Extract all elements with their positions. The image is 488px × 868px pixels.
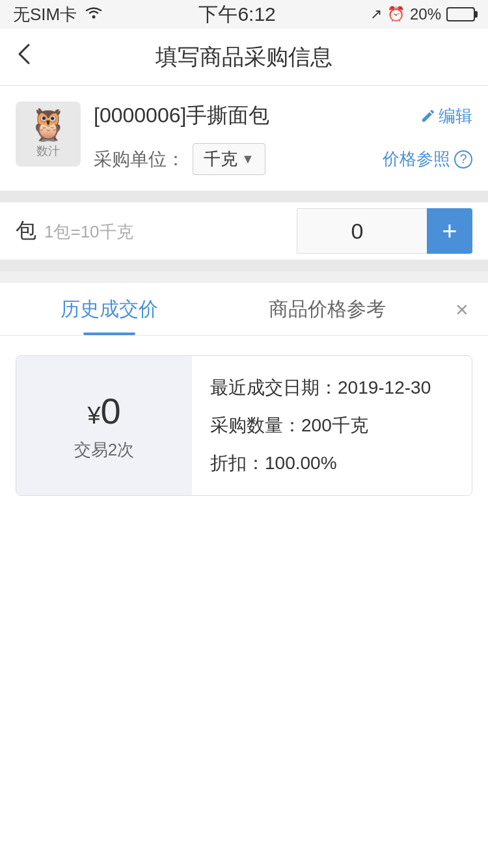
price-display: ¥0 xyxy=(87,390,120,432)
price-card: ¥0 交易2次 最近成交日期：2019-12-30 采购数量：200千克 折扣：… xyxy=(16,355,472,496)
page-title: 填写商品采购信息 xyxy=(156,42,332,72)
purchase-unit-left: 采购单位： 千克 ▼ xyxy=(94,143,265,175)
product-info: [0000006]手撕面包 编辑 采购单位： 千克 ▼ 价格参照 ? xyxy=(94,102,472,175)
price-card-left: ¥0 交易2次 xyxy=(16,356,192,495)
discount-value: 100.00% xyxy=(265,453,337,473)
purchase-unit-row: 采购单位： 千克 ▼ 价格参照 ? xyxy=(94,143,472,175)
battery-icon xyxy=(446,7,475,21)
price-card-right: 最近成交日期：2019-12-30 采购数量：200千克 折扣：100.00% xyxy=(192,356,472,495)
product-name-row: [0000006]手撕面包 编辑 xyxy=(94,102,472,130)
tabs-header: 历史成交价 商品价格参考 × xyxy=(0,283,488,336)
product-logo-text: 数汁 xyxy=(36,143,60,159)
price-ref-button[interactable]: 价格参照 ? xyxy=(383,148,472,170)
tab-price-reference-label: 商品价格参考 xyxy=(269,296,386,323)
tab-history-price-label: 历史成交价 xyxy=(61,296,158,323)
quantity-section: 包 1包=10千克 + xyxy=(0,202,488,260)
tab-close-icon: × xyxy=(455,297,468,322)
price-purchase-qty-row: 采购数量：200千克 xyxy=(210,412,454,439)
quantity-input-area: + xyxy=(297,208,472,254)
location-icon: ↗ xyxy=(370,6,382,23)
status-right: ↗ ⏰ 20% xyxy=(370,5,475,23)
price-value: 0 xyxy=(100,390,120,431)
status-time: 下午6:12 xyxy=(198,1,275,28)
section-divider xyxy=(0,191,488,202)
unit-dropdown-arrow-icon: ▼ xyxy=(241,152,254,167)
quantity-unit-big: 包 xyxy=(16,217,36,245)
tab-history-price[interactable]: 历史成交价 xyxy=(0,283,218,335)
alarm-icon: ⏰ xyxy=(387,6,405,23)
price-ref-label: 价格参照 xyxy=(383,148,450,170)
recent-date-label: 最近成交日期： xyxy=(210,377,338,398)
product-name: [0000006]手撕面包 xyxy=(94,102,269,130)
battery-percent: 20% xyxy=(410,5,441,23)
purchase-unit-label: 采购单位： xyxy=(94,147,185,172)
price-trade-count: 交易2次 xyxy=(74,439,134,461)
quantity-unit-info: 包 1包=10千克 xyxy=(16,217,297,245)
wifi-icon xyxy=(83,5,104,25)
section-divider-2 xyxy=(0,260,488,271)
tab-close-button[interactable]: × xyxy=(436,283,488,335)
bottom-area xyxy=(0,515,488,868)
price-recent-date-row: 最近成交日期：2019-12-30 xyxy=(210,374,454,401)
tab-content: ¥0 交易2次 最近成交日期：2019-12-30 采购数量：200千克 折扣：… xyxy=(0,336,488,515)
tabs-section: 历史成交价 商品价格参考 × ¥0 交易2次 最近成交日期：2019-12-30… xyxy=(0,283,488,515)
price-ref-question-icon: ? xyxy=(454,150,472,169)
discount-label: 折扣： xyxy=(210,453,265,473)
quantity-input[interactable] xyxy=(297,208,427,254)
status-left: 无SIM卡 xyxy=(13,3,104,26)
unit-selector[interactable]: 千克 ▼ xyxy=(193,143,265,175)
recent-date-value: 2019-12-30 xyxy=(338,377,431,398)
tab-price-reference[interactable]: 商品价格参考 xyxy=(218,283,436,335)
svg-point-0 xyxy=(92,15,96,18)
product-section: 🦉 数汁 [0000006]手撕面包 编辑 采购单位： 千克 ▼ 价格 xyxy=(0,86,488,191)
quantity-plus-button[interactable]: + xyxy=(427,208,472,254)
status-bar: 无SIM卡 下午6:12 ↗ ⏰ 20% xyxy=(0,0,488,29)
quantity-unit-sub: 1包=10千克 xyxy=(44,221,133,243)
nav-bar: 填写商品采购信息 xyxy=(0,29,488,86)
product-logo: 🦉 数汁 xyxy=(16,102,81,167)
purchase-qty-label: 采购数量： xyxy=(210,415,301,435)
edit-label: 编辑 xyxy=(439,105,472,128)
price-currency-symbol: ¥ xyxy=(87,402,100,429)
edit-button[interactable]: 编辑 xyxy=(420,105,472,128)
product-logo-icon: 🦉 xyxy=(29,109,68,141)
price-discount-row: 折扣：100.00% xyxy=(210,450,454,477)
unit-value: 千克 xyxy=(204,148,237,170)
carrier-text: 无SIM卡 xyxy=(13,3,77,26)
back-button[interactable] xyxy=(16,42,31,72)
purchase-qty-value: 200千克 xyxy=(301,415,368,435)
